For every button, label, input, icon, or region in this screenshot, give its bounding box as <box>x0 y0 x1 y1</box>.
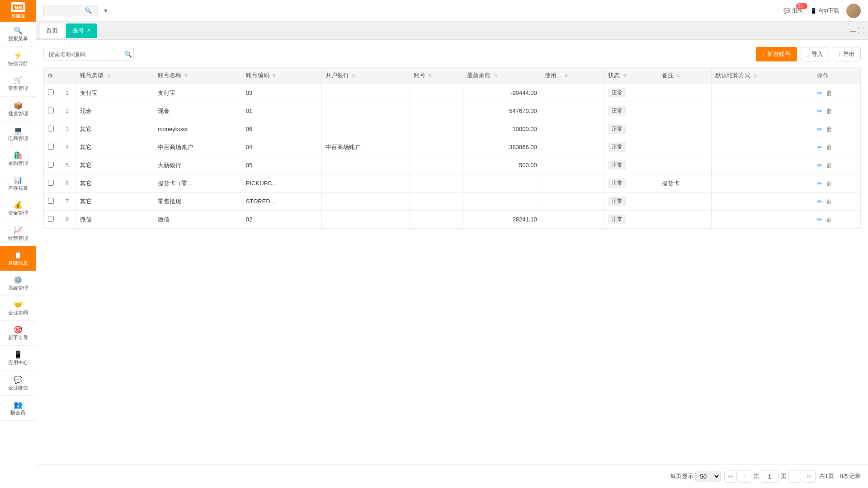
th-name[interactable]: 账号名称 ⇅ <box>154 67 242 84</box>
th-bank[interactable]: 开户银行 ⇅ <box>321 67 410 84</box>
row-checkbox-7[interactable] <box>44 211 58 229</box>
sidebar-item-ops-mgmt[interactable]: 📈经营管理 <box>0 221 36 246</box>
th-account[interactable]: 账号 ⇅ <box>410 67 463 84</box>
tab-bar: 首页 账号 ✕ — ⛶ <box>36 22 868 40</box>
edit-button-0[interactable]: ✏ <box>817 89 822 97</box>
sidebar-label-member: 畅会员 <box>10 410 25 416</box>
sidebar-icon-search-menu: 🔍 <box>14 26 23 35</box>
row-select-7[interactable] <box>48 216 54 222</box>
avatar[interactable] <box>846 4 861 18</box>
tab-home[interactable]: 首页 <box>40 23 64 38</box>
row-account-5 <box>410 174 463 192</box>
row-select-5[interactable] <box>48 180 54 186</box>
sidebar-item-quick-nav[interactable]: ⚡快捷导航 <box>0 47 36 71</box>
row-select-2[interactable] <box>48 126 54 131</box>
row-status-0: 正常 <box>604 84 658 102</box>
edit-button-6[interactable]: ✏ <box>817 198 822 205</box>
edit-button-5[interactable]: ✏ <box>817 180 822 187</box>
delete-button-0[interactable]: 🗑 <box>826 89 832 97</box>
th-usage[interactable]: 使用... ⇅ <box>541 67 604 84</box>
tab-close-icon[interactable]: ✕ <box>87 28 91 33</box>
add-account-button[interactable]: + 新增账号 <box>756 47 797 61</box>
sidebar-item-basic-info[interactable]: 📋基础信息 <box>0 246 36 271</box>
row-default-payment-5 <box>712 174 813 192</box>
row-checkbox-1[interactable] <box>44 102 58 120</box>
search-box[interactable]: 🔍 <box>43 48 134 61</box>
edit-button-3[interactable]: ✏ <box>817 144 822 151</box>
th-default-payment[interactable]: 默认结算方式 ⇅ <box>712 67 813 84</box>
delete-button-5[interactable]: 🗑 <box>826 180 832 187</box>
row-checkbox-6[interactable] <box>44 192 58 211</box>
row-select-4[interactable] <box>48 162 54 168</box>
th-notes[interactable]: 备注 ⇅ <box>658 67 711 84</box>
edit-button-2[interactable]: ✏ <box>817 126 822 133</box>
top-search-input[interactable] <box>48 8 85 14</box>
row-select-6[interactable] <box>48 198 54 204</box>
sidebar-item-inventory[interactable]: 📊库存核算 <box>0 171 36 196</box>
tab-account[interactable]: 账号 ✕ <box>66 23 97 38</box>
first-page-button[interactable]: ⏮ <box>724 470 737 483</box>
delete-button-7[interactable]: 🗑 <box>826 216 832 223</box>
delete-button-1[interactable]: 🗑 <box>826 108 832 115</box>
sidebar-item-wholesale-mgmt[interactable]: 📦批发管理 <box>0 97 36 122</box>
sidebar-item-retail-mgmt[interactable]: 🛒零售管理 <box>0 71 36 96</box>
tab-maximize-icon[interactable]: ⛶ <box>858 27 864 34</box>
th-code[interactable]: 账号编码 ⇅ <box>242 67 321 84</box>
delete-button-4[interactable]: 🗑 <box>826 162 832 169</box>
search-input[interactable] <box>48 51 124 58</box>
sort-payment-icon: ⇅ <box>754 73 757 78</box>
per-page-dropdown[interactable]: 50 100 200 <box>695 471 721 482</box>
row-checkbox-4[interactable] <box>44 156 58 174</box>
delete-button-6[interactable]: 🗑 <box>826 198 832 205</box>
sidebar-item-new-guide[interactable]: 🎯新手引导 <box>0 321 36 346</box>
edit-button-7[interactable]: ✏ <box>817 216 822 223</box>
row-checkbox-3[interactable] <box>44 138 58 156</box>
top-search-bar[interactable]: 🔍 <box>43 5 98 16</box>
export-button[interactable]: ↑ 导出 <box>833 47 861 61</box>
page-input[interactable] <box>761 470 779 483</box>
row-code-2: 06 <box>242 120 321 138</box>
sidebar-item-ecom-mgmt[interactable]: 💻电商管理 <box>0 122 36 146</box>
prev-page-button[interactable]: ‹ <box>739 470 751 483</box>
import-button[interactable]: ↓ 导入 <box>801 47 829 61</box>
sidebar-item-enterprise-agreement[interactable]: 🤝企业协同 <box>0 296 36 321</box>
sidebar-item-enterprise-wechat[interactable]: 💬企业微信 <box>0 371 36 396</box>
sidebar-icon-ecom-mgmt: 💻 <box>14 126 23 135</box>
pagination-bar: 每页显示 50 100 200 ⏮ ‹ 第 页 › ⏭ 共1页，8条记录 <box>36 464 868 488</box>
next-page-button[interactable]: › <box>788 470 801 483</box>
row-select-1[interactable] <box>48 108 54 113</box>
last-page-button[interactable]: ⏭ <box>803 470 816 483</box>
content-area: 🔍 + 新增账号 ↓ 导入 ↑ 导出 <box>36 40 868 464</box>
delete-button-2[interactable]: 🗑 <box>826 126 832 133</box>
row-checkbox-0[interactable] <box>44 84 58 102</box>
edit-button-1[interactable]: ✏ <box>817 108 822 115</box>
bell-icon: 💬 <box>783 8 790 14</box>
sidebar-item-purchase-mgmt[interactable]: 🛍️采购管理 <box>0 146 36 171</box>
th-settings[interactable]: ⚙ <box>44 67 58 84</box>
th-status[interactable]: 状态 ⇅ <box>604 67 658 84</box>
sidebar-item-finance-mgmt[interactable]: 💰资金管理 <box>0 196 36 221</box>
delete-button-3[interactable]: 🗑 <box>826 144 832 151</box>
row-select-3[interactable] <box>48 144 54 150</box>
edit-button-4[interactable]: ✏ <box>817 162 822 169</box>
row-checkbox-2[interactable] <box>44 120 58 138</box>
row-no-3: 4 <box>58 138 76 156</box>
th-balance[interactable]: 最新余额 ⇅ <box>463 67 541 84</box>
th-type[interactable]: 账号类型 ⇅ <box>76 67 154 84</box>
row-select-0[interactable] <box>48 89 54 95</box>
app-download-button[interactable]: 📱 App下载 <box>810 7 839 14</box>
sidebar-item-app-center[interactable]: 📱应用中心 <box>0 346 36 371</box>
sidebar-icon-finance-mgmt: 💰 <box>14 201 23 209</box>
sort-bank-icon: ⇅ <box>352 73 355 78</box>
toolbar-right: + 新增账号 ↓ 导入 ↑ 导出 <box>756 47 861 61</box>
sidebar-item-sys-mgmt[interactable]: ⚙️系统管理 <box>0 271 36 296</box>
row-status-2: 正常 <box>604 120 658 138</box>
dropdown-button[interactable]: ▼ <box>103 8 108 14</box>
row-code-6: STORED... <box>242 192 321 211</box>
row-no-0: 1 <box>58 84 76 102</box>
notification-button[interactable]: 💬 消息 99+ <box>783 7 803 14</box>
tab-minimize-icon[interactable]: — <box>850 27 856 34</box>
sidebar-item-search-menu[interactable]: 🔍搜索菜单 <box>0 22 36 47</box>
sidebar-item-member[interactable]: 👥畅会员 <box>0 396 36 421</box>
row-checkbox-5[interactable] <box>44 174 58 192</box>
